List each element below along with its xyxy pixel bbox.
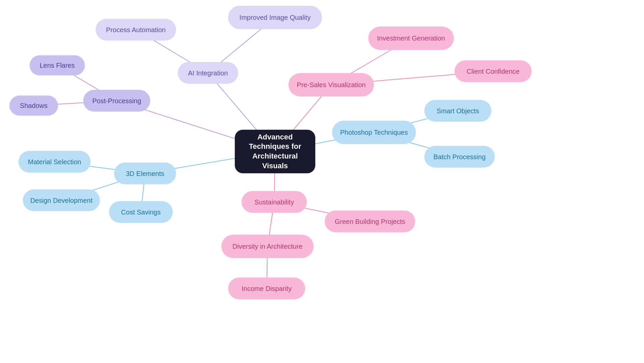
node-client-confidence: Client Confidence [454, 60, 532, 82]
node-sustainability: Sustainability [241, 191, 307, 213]
3d-elements-label: 3D Elements [126, 169, 164, 178]
cost-savings-label: Cost Savings [121, 208, 161, 217]
improved-image-quality-label: Improved Image Quality [239, 13, 311, 22]
client-confidence-label: Client Confidence [467, 67, 520, 76]
lens-flares-label: Lens Flares [40, 61, 75, 70]
design-development-label: Design Development [30, 196, 93, 205]
investment-generation-label: Investment Generation [377, 34, 445, 43]
node-smart-objects: Smart Objects [424, 100, 491, 122]
pre-sales-label: Pre-Sales Visualization [297, 80, 366, 89]
photoshop-techniques-label: Photoshop Techniques [340, 128, 408, 137]
node-process-automation: Process Automation [96, 19, 176, 41]
sustainability-label: Sustainability [255, 198, 294, 206]
node-material-selection: Material Selection [18, 151, 91, 173]
batch-processing-label: Batch Processing [433, 153, 486, 161]
node-cost-savings: Cost Savings [109, 201, 173, 223]
node-pre-sales-visualization: Pre-Sales Visualization [288, 73, 374, 97]
process-automation-label: Process Automation [106, 25, 166, 34]
smart-objects-label: Smart Objects [437, 107, 479, 115]
node-lens-flares: Lens Flares [30, 55, 85, 75]
node-investment-generation: Investment Generation [368, 26, 454, 50]
center-node: Advanced Techniques for Architectural Vi… [235, 130, 315, 173]
node-photoshop-techniques: Photoshop Techniques [332, 121, 416, 144]
node-3d-elements: 3D Elements [114, 163, 176, 184]
node-income-disparity: Income Disparity [228, 278, 305, 299]
income-disparity-label: Income Disparity [242, 284, 292, 293]
ai-integration-label: AI Integration [188, 69, 228, 77]
node-batch-processing: Batch Processing [424, 146, 495, 168]
material-selection-label: Material Selection [28, 158, 81, 166]
green-building-label: Green Building Projects [335, 217, 405, 226]
shadows-label: Shadows [20, 101, 47, 110]
node-diversity-architecture: Diversity in Architecture [221, 235, 314, 258]
node-shadows: Shadows [9, 96, 58, 116]
diversity-architecture-label: Diversity in Architecture [232, 242, 303, 251]
node-design-development: Design Development [23, 189, 100, 211]
node-green-building-projects: Green Building Projects [325, 210, 415, 232]
center-label: Advanced Techniques for Architectural Vi… [242, 132, 308, 171]
node-post-processing: Post-Processing [83, 90, 150, 112]
node-improved-image-quality: Improved Image Quality [228, 6, 322, 29]
node-ai-integration: AI Integration [178, 62, 238, 84]
post-processing-label: Post-Processing [92, 97, 141, 105]
